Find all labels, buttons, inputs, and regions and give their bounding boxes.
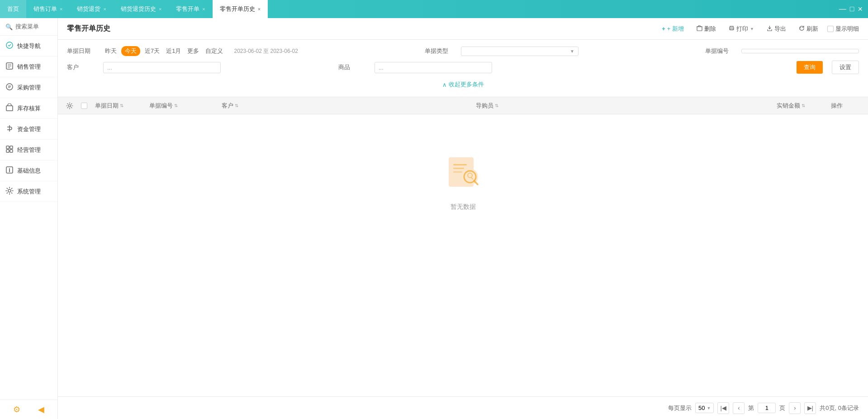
tab-sales-return-close[interactable]: × (103, 6, 106, 12)
restore-button[interactable]: □ (850, 5, 854, 13)
th-guide-sort: ⇅ (495, 103, 498, 108)
export-button[interactable]: 导出 (763, 23, 790, 35)
date-label: 单据日期 (67, 47, 94, 55)
shortcut-today[interactable]: 今天 (121, 46, 140, 56)
sidebar-item-purchase-mgmt[interactable]: 采购管理 (0, 77, 57, 98)
table-header: 单据日期 ⇅ 单据编号 ⇅ 客户 ⇅ 导购员 ⇅ 实销金额 (58, 97, 868, 114)
svg-rect-4 (6, 146, 9, 149)
tab-sales-return-history-close[interactable]: × (159, 6, 161, 12)
last-page-button[interactable]: ▶| (804, 402, 816, 414)
page-size-arrow: ▼ (707, 406, 711, 410)
refresh-button[interactable]: 刷新 (795, 23, 822, 35)
tab-sales-return[interactable]: 销货退货 × (70, 0, 113, 18)
tab-sales-order[interactable]: 销售订单 × (26, 0, 70, 18)
collapse-label: 收起更多条件 (449, 80, 484, 89)
print-dropdown-icon: ▼ (750, 27, 754, 31)
sidebar-item-basic-info-label: 基础信息 (17, 167, 41, 175)
th-guide-label: 导购员 (476, 102, 493, 110)
number-label: 单据编号 (705, 47, 732, 55)
top-tab-bar: 首页 销售订单 × 销货退货 × 销货退货历史 × 零售开单 × 零售开单历史 … (0, 0, 868, 18)
goods-input[interactable]: ... (375, 62, 492, 73)
settings-button[interactable]: 设置 (832, 61, 859, 74)
sidebar-item-quick-nav-label: 快捷导航 (17, 42, 41, 50)
tab-home[interactable]: 首页 (0, 0, 26, 18)
print-icon (729, 25, 735, 33)
collapse-more[interactable]: ∧ 收起更多条件 (67, 79, 859, 90)
th-amount[interactable]: 实销金额 ⇅ (773, 102, 827, 110)
query-button[interactable]: 查询 (797, 61, 823, 74)
th-number[interactable]: 单据编号 ⇅ (146, 102, 218, 110)
sidebar-settings-icon[interactable]: ⚙ (13, 405, 20, 414)
th-number-sort: ⇅ (174, 103, 178, 108)
select-all-checkbox[interactable] (81, 103, 87, 109)
sidebar-item-operations[interactable]: 经营管理 (0, 140, 57, 160)
tab-sales-return-history[interactable]: 销货退货历史 × (114, 0, 169, 18)
print-button-label: 打印 (736, 25, 748, 33)
page-size-select[interactable]: 50 ▼ (695, 403, 714, 413)
finance-icon (5, 124, 14, 134)
add-button[interactable]: + + 新增 (658, 23, 688, 35)
type-select[interactable]: ▼ (461, 47, 579, 56)
customer-input[interactable]: ... (103, 62, 221, 73)
shortcut-more[interactable]: 更多 (185, 46, 201, 56)
tab-retail-open-history-close[interactable]: × (258, 6, 261, 12)
pagination-bar: 每页显示 50 ▼ |◀ ‹ 第 页 › ▶| 共0页, 0条记录 (58, 396, 868, 419)
page-label: 第 (748, 404, 754, 412)
tab-sales-order-close[interactable]: × (60, 6, 62, 12)
display-detail-cb[interactable] (827, 26, 834, 32)
sidebar-item-inventory[interactable]: 库存核算 (0, 98, 57, 119)
type-select-arrow: ▼ (570, 49, 574, 54)
table-settings-icon[interactable] (62, 102, 77, 109)
sidebar-item-quick-nav[interactable]: 快捷导航 (0, 36, 57, 56)
add-button-label: + 新增 (667, 25, 684, 33)
sidebar-item-finance[interactable]: 资金管理 (0, 119, 57, 140)
minimize-button[interactable]: — (839, 5, 846, 13)
shortcut-yesterday[interactable]: 昨天 (103, 46, 119, 56)
sidebar-item-sales-mgmt[interactable]: 销售管理 (0, 56, 57, 77)
shortcut-1month[interactable]: 近1月 (164, 46, 183, 56)
search-icon: 🔍 (5, 24, 13, 30)
page-size-label: 每页显示 (668, 404, 692, 412)
tab-retail-open-close[interactable]: × (202, 6, 205, 12)
delete-button[interactable]: 删除 (693, 23, 720, 35)
sidebar-item-basic-info[interactable]: 基础信息 (0, 160, 57, 181)
number-input[interactable] (741, 49, 859, 53)
print-button[interactable]: 打印 ▼ (725, 23, 758, 35)
sidebar-bottom: ⚙ ◀ (0, 400, 57, 419)
empty-icon (441, 151, 486, 196)
svg-rect-3 (6, 106, 13, 111)
tab-retail-open-history[interactable]: 零售开单历史 × (213, 0, 268, 18)
th-date[interactable]: 单据日期 ⇅ (91, 102, 146, 110)
svg-rect-10 (697, 27, 702, 31)
next-page-button[interactable]: › (789, 402, 801, 414)
th-customer-label: 客户 (222, 102, 233, 110)
sidebar-item-sys-mgmt[interactable]: 系统管理 (0, 181, 57, 202)
shortcut-7days[interactable]: 近7天 (143, 46, 161, 56)
first-page-button[interactable]: |◀ (717, 402, 729, 414)
shortcut-custom[interactable]: 自定义 (204, 46, 225, 56)
window-controls: — □ × (839, 0, 868, 18)
sys-mgmt-icon (5, 187, 14, 196)
th-op-label: 操作 (831, 102, 843, 110)
th-op: 操作 (827, 102, 863, 110)
date-shortcuts: 昨天 今天 近7天 近1月 更多 自定义 (103, 46, 225, 56)
tab-sales-return-label: 销货退货 (77, 5, 100, 13)
date-range-text: 2023-06-02 至 2023-06-02 (234, 47, 298, 55)
prev-page-icon: ‹ (738, 405, 740, 411)
sidebar-search-label: 搜索菜单 (15, 23, 39, 31)
header-checkbox[interactable] (77, 103, 91, 109)
prev-page-button[interactable]: ‹ (733, 402, 745, 414)
sidebar-search[interactable]: 🔍 搜索菜单 (0, 18, 57, 36)
sidebar-toggle-icon[interactable]: ◀ (38, 405, 44, 414)
page-unit: 页 (779, 404, 785, 412)
display-detail-checkbox[interactable]: 显示明细 (827, 25, 859, 33)
th-guide[interactable]: 导购员 ⇅ (472, 102, 526, 110)
tab-retail-open[interactable]: 零售开单 × (169, 0, 212, 18)
th-date-label: 单据日期 (95, 102, 119, 110)
th-customer[interactable]: 客户 ⇅ (218, 102, 472, 110)
page-number-input[interactable] (758, 403, 776, 413)
last-page-icon: ▶| (807, 405, 813, 411)
close-button[interactable]: × (858, 5, 863, 14)
next-page-icon: › (794, 405, 796, 411)
svg-rect-16 (453, 164, 467, 165)
